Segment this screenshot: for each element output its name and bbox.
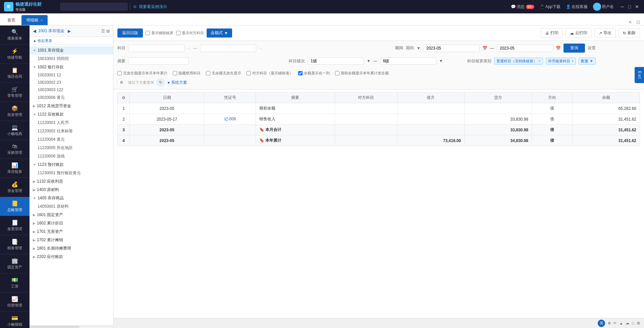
checkbox-hide-disabled[interactable] xyxy=(173,71,177,75)
refresh-button[interactable]: ↻ 刷新 xyxy=(619,28,640,38)
tab-detail[interactable]: 明细账 × xyxy=(21,15,48,25)
sidebar-item-funds[interactable]: 💰 资金管理 xyxy=(0,178,30,197)
level-start-input[interactable] xyxy=(308,57,364,65)
show-contra-checkbox-label[interactable]: 显示对方科目 xyxy=(176,30,204,36)
online-service-btn[interactable]: 👤 在线客服 xyxy=(566,4,588,10)
voucher-link-2[interactable]: 记-006 xyxy=(224,117,236,121)
checkbox-balance-one-col-label[interactable]: 余额显示在一列 xyxy=(298,71,330,76)
tab-fullscreen-button[interactable]: ⊡ xyxy=(635,19,641,25)
tree-node-2202[interactable]: ▶ 2202 应付账款 xyxy=(30,253,113,261)
sidebar-item-invoice[interactable]: 🧾 发票管理 xyxy=(0,216,30,235)
account-next-icon[interactable]: ▶ xyxy=(68,29,71,34)
checkbox-contra-show[interactable] xyxy=(247,71,251,75)
tree-node-1405[interactable]: ▼ 1405 库存商品 xyxy=(30,194,113,202)
checkbox-balance-one-col[interactable] xyxy=(298,71,303,75)
sidebar-item-expense[interactable]: 💳 小畅报销 xyxy=(0,312,30,328)
maximize-button[interactable]: □ xyxy=(627,4,633,10)
sidebar-item-wholesale[interactable]: 📦 批发管理 xyxy=(0,102,30,121)
tree-node-1601[interactable]: ▶ 1601 固定资产 xyxy=(30,211,113,219)
bottom-edit-icon[interactable]: ✏ xyxy=(613,321,616,325)
tab-close-icon[interactable]: × xyxy=(41,18,43,22)
sidebar-item-payroll[interactable]: 💵 工资 xyxy=(0,273,30,292)
sidebar-item-ledger[interactable]: 📒 总账管理 xyxy=(0,197,30,216)
tag-qty-dropdown[interactable]: ▼ xyxy=(590,59,593,63)
tag-foreign-close[interactable]: × xyxy=(572,59,574,63)
tree-node-10020002[interactable]: 10020002 23 xyxy=(30,79,113,86)
sidebar-item-inventory[interactable]: 📊 库存核算 xyxy=(0,159,30,178)
sidebar-item-purchase[interactable]: 🛍 采购管理 xyxy=(0,140,30,159)
tree-node-11220004[interactable]: 11220004 黄元 xyxy=(30,135,113,144)
tag-normal-close[interactable]: × xyxy=(538,59,540,63)
tree-node-1403[interactable]: ▶ 1403 原材料 xyxy=(30,186,113,194)
checkbox-no-balance[interactable] xyxy=(117,71,122,75)
query-button[interactable]: 查询 xyxy=(564,44,585,53)
tree-node-1122[interactable]: ▼ 1122 应收账款 xyxy=(30,110,113,119)
subject-input[interactable] xyxy=(128,45,184,52)
checkbox-period-balance[interactable] xyxy=(335,71,339,75)
format-button[interactable]: 金额式 ▼ xyxy=(207,28,232,38)
tree-node-11220002[interactable]: 11220002 往来标签 xyxy=(30,127,113,135)
tree-node-11220001[interactable]: 11220001 人民币 xyxy=(30,119,113,127)
close-window-button[interactable]: ✕ xyxy=(634,4,640,10)
tree-node-11230001[interactable]: 11230001 预付账款黄元 xyxy=(30,169,113,177)
sidebar-item-management[interactable]: 📈 经营管理 xyxy=(0,292,30,312)
tab-close-all-button[interactable]: ✕ xyxy=(627,19,633,25)
subject-input-2[interactable] xyxy=(200,45,256,52)
sidebar-item-contract[interactable]: 📋 项目合同 xyxy=(0,64,30,83)
checkbox-period-balance-label[interactable]: 期初余额显示本年累计发生额 xyxy=(335,71,389,76)
summary-input[interactable] xyxy=(128,57,189,65)
minimize-button[interactable]: ─ xyxy=(619,4,625,10)
tree-node-1801[interactable]: ▶ 1801 长期待摊费用 xyxy=(30,244,113,253)
user-avatar[interactable]: 用户名 xyxy=(593,3,614,11)
period-dropdown-icon[interactable]: ▼ xyxy=(417,46,421,51)
bottom-up-icon[interactable]: ▲ xyxy=(619,321,623,325)
sidebar-item-nav[interactable]: ⚡ 快捷导航 xyxy=(0,45,30,64)
tree-node-1012[interactable]: ▶ 1012 其他货币资金 xyxy=(30,102,113,110)
return-old-button[interactable]: 返回旧版 xyxy=(117,28,143,38)
col-settings[interactable]: ⚙ xyxy=(118,92,130,103)
sidebar-item-search[interactable]: 🔍 搜索菜单 xyxy=(0,25,30,45)
expand-more-button[interactable]: ▲ 收起更多 xyxy=(30,37,113,45)
bottom-grid-icon[interactable]: ⊞ xyxy=(637,321,640,325)
show-contra-checkbox[interactable] xyxy=(176,31,180,35)
bottom-add-icon[interactable]: ⊕ xyxy=(608,321,611,325)
settings-link[interactable]: 设置 xyxy=(588,45,596,51)
top-search-input[interactable] xyxy=(60,3,127,10)
cloud-print-button[interactable]: ☁ 云打印 xyxy=(566,28,592,38)
app-download-btn[interactable]: 📱 App下载 xyxy=(540,4,560,10)
sidebar-item-assets[interactable]: 🏢 固定资产 xyxy=(0,254,30,273)
tree-node-14050001[interactable]: 14050001 原材料 xyxy=(30,202,113,211)
period-end-input[interactable] xyxy=(497,45,553,52)
right-panel-eat-button[interactable]: Eat xyxy=(635,67,644,83)
bottom-cloud-icon[interactable]: ☁ xyxy=(626,321,629,325)
tree-node-11220006[interactable]: 11220006 游戏 xyxy=(30,152,113,160)
level-end-input[interactable] xyxy=(380,57,436,65)
show-aux-checkbox-label[interactable]: 显示辅助核算 xyxy=(146,30,173,36)
tree-node-1702[interactable]: ▶ 1702 累计摊销 xyxy=(30,236,113,244)
checkbox-no-balance-show[interactable] xyxy=(206,71,210,75)
export-button[interactable]: ↗ 导出 xyxy=(594,28,616,38)
scheme-button[interactable]: ● 系统方案 xyxy=(167,80,187,85)
tree-node-1701[interactable]: ▶ 1701 无形资产 xyxy=(30,227,113,236)
checkbox-no-balance-show-label[interactable]: 无余额无发生显示 xyxy=(206,71,241,76)
checkbox-contra-show-label[interactable]: 对方科目（显示辅助项） xyxy=(247,71,293,76)
period-start-input[interactable] xyxy=(423,45,480,52)
tree-list-icon[interactable]: ☰ xyxy=(101,29,105,34)
tree-node-11220005[interactable]: 11220005 所在地区 xyxy=(30,144,113,152)
message-btn[interactable]: 💬 消息 99+ xyxy=(511,4,534,10)
checkbox-hide-disabled-label[interactable]: 隐藏禁用科目 xyxy=(173,71,201,76)
print-button[interactable]: 🖨 打印 xyxy=(541,28,563,38)
tree-node-1132[interactable]: ▶ 1132 应收利息 xyxy=(30,177,113,186)
tree-node-10010001[interactable]: 10010001 同同同 xyxy=(30,55,113,63)
tree-node-10020003[interactable]: 10020003 122 xyxy=(30,86,113,93)
sidebar-item-tax[interactable]: 📑 税务管理 xyxy=(0,235,30,254)
tree-node-1123[interactable]: ▼ 1123 预付账款 xyxy=(30,160,113,169)
checkbox-no-balance-label[interactable]: 无发生额显示本月本年累计 xyxy=(117,71,167,76)
bottom-window-icon[interactable]: □ xyxy=(632,321,634,325)
show-aux-checkbox[interactable] xyxy=(146,31,150,35)
bottom-translate-icon[interactable]: 英 xyxy=(598,320,605,327)
tree-node-1001[interactable]: ▼ 1001 库存现金 xyxy=(30,46,113,55)
tree-node-10020001[interactable]: 10020001 12 xyxy=(30,71,113,79)
tree-node-1002[interactable]: ▼ 1002 银行存款 xyxy=(30,63,113,71)
scheme-refresh-icon[interactable]: ↻ xyxy=(157,78,165,86)
